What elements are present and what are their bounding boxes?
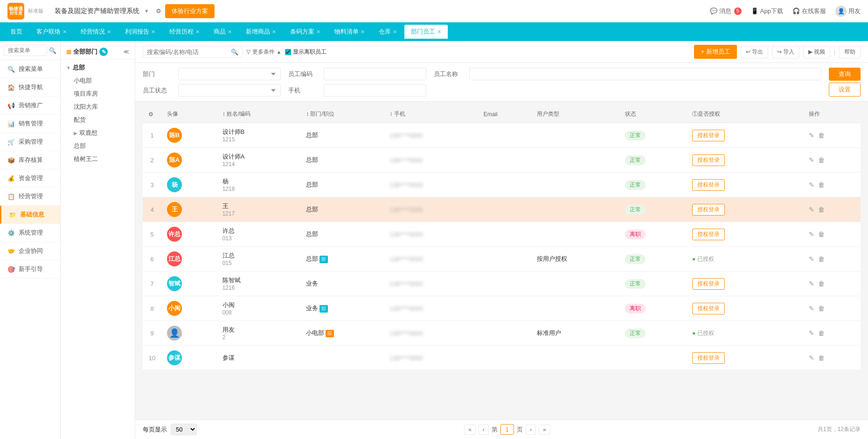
sidebar-item-guide[interactable]: 🎯 新手引导 [0, 260, 60, 279]
close-icon[interactable]: ✕ [228, 29, 232, 35]
tab-bom[interactable]: 物料清单 ✕ [328, 25, 371, 39]
tab-new-goods[interactable]: 新增商品 ✕ [239, 25, 283, 39]
delete-icon[interactable]: 🗑 [818, 255, 825, 263]
sidebar-item-system[interactable]: ⚙️ 系统管理 [0, 224, 60, 242]
tab-barcode[interactable]: 条码方案 ✕ [284, 25, 327, 39]
search-input[interactable] [147, 49, 231, 56]
sidebar-item-basic[interactable]: 📁 基础信息 [0, 206, 60, 224]
sidebar-item-finance[interactable]: 💰 资金管理 [0, 169, 60, 188]
app-download-btn[interactable]: 📱 App下载 [751, 7, 783, 15]
tree-node-xiao-dian[interactable]: 小电部 [61, 74, 135, 87]
close-icon[interactable]: ✕ [437, 29, 441, 35]
delete-icon[interactable]: 🗑 [818, 354, 825, 362]
sidebar-item-collab[interactable]: 🤝 企业协同 [0, 242, 60, 260]
col-name[interactable]: ↕ 姓名/编码 [217, 105, 300, 123]
edit-icon[interactable]: ✎ [809, 354, 814, 362]
col-phone[interactable]: ↕ 手机 [384, 105, 478, 123]
close-icon[interactable]: ✕ [107, 29, 111, 35]
edit-icon[interactable]: ✎ [809, 255, 814, 263]
delete-icon[interactable]: 🗑 [818, 132, 825, 139]
delete-icon[interactable]: 🗑 [818, 230, 825, 238]
system-dropdown-icon[interactable]: ▾ [145, 7, 148, 14]
page-size-select[interactable]: 50 20 100 [171, 424, 197, 435]
edit-icon[interactable]: ✎ [809, 305, 814, 312]
edit-icon[interactable]: ✎ [809, 132, 814, 139]
support-btn[interactable]: 🎧 在线客服 [792, 7, 826, 15]
tree-node-headquarters[interactable]: 总部 [61, 139, 135, 153]
view-btn[interactable]: ▶ 视频 [803, 46, 830, 58]
current-page[interactable]: 1 [500, 424, 514, 435]
auth-login-btn[interactable]: 授权登录 [692, 352, 725, 364]
add-employee-btn[interactable]: + 新增员工 [694, 45, 736, 59]
user-menu[interactable]: 👤 用友 [835, 6, 861, 17]
auth-login-btn[interactable]: 授权登录 [692, 179, 725, 191]
query-btn[interactable]: 查询 [829, 68, 861, 81]
tab-profit[interactable]: 利润报告 ✕ [118, 25, 162, 39]
sidebar-item-purchase[interactable]: 🛒 采购管理 [0, 133, 60, 151]
auth-login-btn[interactable]: 授权登录 [692, 204, 725, 216]
sidebar-item-marketing[interactable]: 📢 营销推广 [0, 97, 60, 115]
tree-node-zhishu[interactable]: 植树王二 [61, 153, 135, 166]
message-btn[interactable]: 💬 消息 5 [710, 7, 742, 15]
close-icon[interactable]: ✕ [195, 29, 200, 35]
col-dept[interactable]: ↕ 部门/职位 [300, 105, 384, 123]
edit-icon[interactable]: ✎ [809, 181, 814, 188]
sidebar-item-sales[interactable]: 📊 销售管理 [0, 115, 60, 133]
next-page-btn[interactable]: › [526, 425, 536, 435]
tab-department[interactable]: 部门员工 ✕ [404, 25, 448, 39]
tab-customer[interactable]: 客户联络 ✕ [30, 25, 73, 39]
edit-icon[interactable]: ✎ [809, 156, 814, 164]
delete-icon[interactable]: 🗑 [818, 280, 825, 287]
close-icon[interactable]: ✕ [316, 29, 320, 35]
show-leave-checkbox[interactable] [285, 49, 291, 55]
export-btn[interactable]: ↩ 导出 [741, 46, 768, 58]
delete-icon[interactable]: 🗑 [818, 305, 825, 312]
sidebar-item-inventory[interactable]: 📦 库存核算 [0, 151, 60, 169]
auth-login-btn[interactable]: 授权登录 [692, 278, 725, 290]
tree-node-shuanglu[interactable]: ▶ 双鹿想 [61, 126, 135, 139]
edit-icon[interactable]: ✎ [809, 230, 814, 238]
sidebar-item-operation[interactable]: 📋 经营管理 [0, 188, 60, 206]
reset-btn[interactable]: 设置 [829, 83, 861, 97]
emp-status-select[interactable] [178, 84, 281, 97]
tree-collapse-btn[interactable]: ≪ [123, 49, 129, 55]
more-filter-btn[interactable]: ▽ 更多条件 ▲ [246, 48, 281, 56]
tree-node-project[interactable]: 项目库房 [61, 87, 135, 100]
phone-input[interactable] [324, 84, 426, 97]
close-icon[interactable]: ✕ [62, 29, 67, 35]
auth-login-btn[interactable]: 授权登录 [692, 303, 725, 314]
import-btn[interactable]: ↪ 导入 [772, 46, 799, 58]
tree-edit-icon[interactable]: ✎ [99, 48, 108, 56]
close-icon[interactable]: ✕ [393, 29, 397, 35]
sidebar-item-search[interactable]: 🔍 搜索菜单 [0, 60, 60, 78]
edit-icon[interactable]: ✎ [809, 329, 814, 337]
edit-icon[interactable]: ✎ [809, 206, 814, 213]
tab-operation[interactable]: 经营情况 ✕ [74, 25, 118, 39]
edit-icon[interactable]: ✎ [809, 280, 814, 287]
sidebar-item-nav[interactable]: 🏠 快捷导航 [0, 78, 60, 97]
close-icon[interactable]: ✕ [272, 29, 276, 35]
tab-history[interactable]: 经营历程 ✕ [163, 25, 206, 39]
emp-code-input[interactable] [324, 68, 426, 80]
help-btn[interactable]: 帮助 [839, 46, 861, 58]
col-settings[interactable]: ⚙ [143, 105, 161, 123]
auth-login-btn[interactable]: 授权登录 [692, 130, 725, 141]
delete-icon[interactable]: 🗑 [818, 156, 825, 164]
delete-icon[interactable]: 🗑 [818, 206, 825, 213]
tab-goods[interactable]: 商品 ✕ [207, 25, 238, 39]
auth-login-btn[interactable]: 授权登录 [692, 229, 725, 240]
prev-page-btn[interactable]: ‹ [479, 425, 489, 435]
tree-node-shenyang[interactable]: 沈阳大库 [61, 100, 135, 113]
emp-name-input[interactable] [469, 68, 821, 80]
gear-icon[interactable]: ⚙ [156, 7, 161, 14]
last-page-btn[interactable]: » [539, 425, 550, 435]
sidebar-search-input[interactable] [4, 45, 47, 56]
delete-icon[interactable]: 🗑 [818, 329, 825, 337]
close-icon[interactable]: ✕ [151, 29, 155, 35]
try-btn[interactable]: 体验行业方案 [165, 4, 215, 18]
dept-select[interactable] [178, 68, 281, 80]
first-page-btn[interactable]: « [464, 425, 476, 435]
close-icon[interactable]: ✕ [361, 29, 365, 35]
auth-login-btn[interactable]: 授权登录 [692, 154, 725, 166]
tab-warehouse[interactable]: 仓库 ✕ [372, 25, 403, 39]
